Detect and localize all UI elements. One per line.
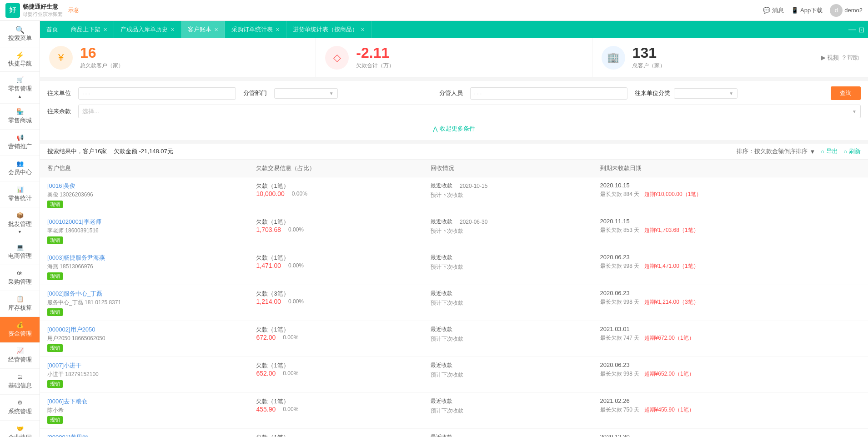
debt-amount[interactable]: 455.90 (256, 406, 276, 413)
sidebar-item-member-center[interactable]: 👥 会员中心 (0, 156, 40, 181)
customer-name-link[interactable]: [000002]用户2050 (47, 326, 241, 334)
overdue-amount-link[interactable]: 超期¥1,703.68（1笔） (644, 227, 699, 233)
tab-finished-goods[interactable]: 产成品入库单历史 ✕ (114, 21, 181, 38)
refresh-button[interactable]: ○ 刷新 (843, 147, 861, 156)
overdue-amount-link[interactable]: 超期¥10,000.00（1笔） (644, 191, 702, 197)
unit-category-dropdown[interactable]: ▼ (674, 88, 738, 99)
sidebar-item-retail-stats[interactable]: 📊 零售统计 (0, 181, 40, 207)
sidebar-quick-nav[interactable]: ⚡ 快捷导航 (0, 47, 40, 72)
sidebar-item-operations[interactable]: 📈 经营管理 (0, 343, 40, 369)
export-button[interactable]: ○ 导出 (821, 147, 838, 156)
debt-amount[interactable]: 1,471.00 (256, 262, 281, 269)
manager-input[interactable]: ··· (470, 87, 628, 100)
department-dropdown[interactable]: ▼ (274, 88, 338, 99)
debt-percent: 0.00% (283, 334, 298, 341)
debt-row: 1,471.00 0.00% (256, 262, 416, 269)
sidebar-item-retail-mgmt[interactable]: 🛒 零售管理 ▲ (0, 72, 40, 104)
sidebar-item-inventory[interactable]: 📋 库存核算 (0, 291, 40, 317)
customer-phone: 李老师 18600391516 (47, 227, 241, 235)
video-help-btn[interactable]: ▶ 视频 (821, 54, 839, 62)
debt-info-cell: 欠款（1笔） 429.00 0.00% (249, 429, 423, 437)
customer-info-cell: [0003]畅捷服务尹海燕 海燕 18513066976 现销 (40, 249, 249, 285)
stat-card-debt-total: ◇ -2.11 欠款合计（万） (316, 38, 592, 77)
customer-name-link[interactable]: [0006]去下粮仓 (47, 397, 241, 406)
customer-name-link[interactable]: [0001020001]李老师 (47, 218, 241, 226)
sidebar-item-collaboration[interactable]: 🤝 企业协同 (0, 421, 40, 437)
customer-name-link[interactable]: [0003]畅捷服务尹海燕 (47, 254, 241, 262)
recent-payment: 最近收款 (431, 254, 586, 261)
tab-home[interactable]: 首页 (40, 21, 65, 38)
retail-mgmt-icon: 🛒 (16, 76, 24, 83)
recent-label: 最近收款 (431, 397, 452, 405)
debt-amount[interactable]: 1,214.00 (256, 298, 281, 305)
customer-name-link[interactable]: [000001]黄思源 (47, 433, 241, 437)
overdue-days: 最长欠款 747 天 (600, 335, 642, 341)
video-icon: ▶ (821, 54, 826, 61)
sidebar-toggle[interactable]: 示意 (68, 6, 79, 14)
recent-label: 最近收款 (431, 254, 452, 261)
tab-purchase-goods-stats[interactable]: 进货单统计表（按商品） ✕ (286, 21, 371, 38)
customer-name-link[interactable]: [0016]吴俊 (47, 182, 241, 190)
sidebar-item-wholesale[interactable]: 📦 批发管理 ▼ (0, 207, 40, 239)
refresh-icon: ○ (843, 148, 847, 155)
overdue-amount-link[interactable]: 超期¥652.00（1笔） (644, 371, 694, 377)
debt-percent: 0.00% (288, 226, 304, 233)
sidebar-item-finance[interactable]: 💰 资金管理 (0, 317, 40, 343)
filter-row-1: 往来单位 ··· 分管部门 ▼ 分管人员 (47, 86, 861, 100)
messages-btn[interactable]: 💬 消息 (763, 6, 784, 15)
tab-purchase-order-stats[interactable]: 采购订单统计表 ✕ (225, 21, 286, 38)
help-btn[interactable]: ? 帮助 (843, 54, 859, 62)
customer-phone: 小进干 18279152100 (47, 371, 241, 378)
tab-close-btn-4[interactable]: ✕ (276, 27, 280, 33)
collapse-button[interactable]: ⋀ 收起更多条件 (433, 125, 475, 133)
tab-customer-account[interactable]: 客户账本 ✕ (181, 21, 225, 38)
debt-amount[interactable]: 672.00 (256, 334, 276, 341)
sidebar-item-purchase[interactable]: 🛍 采购管理 (0, 265, 40, 291)
tab-close-btn-2[interactable]: ✕ (171, 27, 175, 33)
customer-name-link[interactable]: [0007]小进干 (47, 362, 241, 370)
search-button[interactable]: 查询 (831, 86, 861, 100)
tab-minimize-btn[interactable]: — (848, 25, 856, 34)
partner-unit-input[interactable]: ··· (78, 87, 236, 100)
balance-select[interactable]: 选择... ▼ (78, 105, 861, 118)
user-menu[interactable]: d demo2 (830, 4, 863, 17)
sort-button[interactable]: 排序：按欠款金额倒序排序 ▼ (737, 147, 815, 156)
app-download-btn[interactable]: 📱 App下载 (791, 6, 823, 15)
stat-card-total-customers: 🏢 131 总客户（家） ▶ 视频 ? 帮助 (592, 38, 868, 77)
tab-close-btn[interactable]: ✕ (103, 27, 107, 33)
sort-icon: ▼ (809, 148, 815, 155)
sidebar-item-marketing[interactable]: 📢 营销推广 (0, 130, 40, 156)
overdue-amount-link[interactable]: 超期¥672.00（1笔） (644, 335, 694, 341)
yuan-icon: ¥ (49, 46, 73, 70)
stat-icon-diamond: ◇ (325, 46, 349, 70)
sidebar-item-system[interactable]: ⚙ 系统管理 (0, 395, 40, 421)
overdue-info: 最长欠款 998 天 超期¥1,471.00（1笔） (600, 262, 861, 270)
export-icon: ○ (821, 148, 824, 155)
sidebar-item-ecommerce[interactable]: 💻 电商管理 (0, 239, 40, 265)
overdue-amount-link[interactable]: 超期¥455.90（1笔） (644, 407, 694, 413)
debt-amount[interactable]: 652.00 (256, 370, 276, 377)
tab-product-status[interactable]: 商品上下架 ✕ (65, 21, 114, 38)
tab-close-btn-3[interactable]: ✕ (214, 27, 218, 33)
due-date-value: 2020.11.15 (600, 218, 861, 225)
debt-amount[interactable]: 1,703.68 (256, 226, 281, 233)
table-toolbar-right: 排序：按欠款金额倒序排序 ▼ ○ 导出 ○ 刷新 (737, 147, 861, 156)
wholesale-icon: 📦 (16, 212, 24, 219)
customer-name-link[interactable]: [0002]服务中心_丁磊 (47, 290, 241, 298)
overdue-amount-link[interactable]: 超期¥1,214.00（3笔） (644, 299, 699, 305)
overdue-amount-link[interactable]: 超期¥1,471.00（1笔） (644, 263, 699, 269)
sidebar-search[interactable]: 🔍 搜索菜单 (0, 21, 40, 47)
sidebar-item-retail-mall[interactable]: 🏪 零售商城 (0, 104, 40, 130)
col-header-recovery: 回收情况 (423, 160, 593, 177)
debt-count: 欠款（1笔） (256, 254, 416, 262)
tab-close-btn-5[interactable]: ✕ (361, 27, 365, 33)
sidebar-item-basic-info[interactable]: 🗂 基础信息 (0, 369, 40, 395)
table-row: [0007]小进干 小进干 18279152100 现销 欠款（1笔） 652.… (40, 357, 868, 393)
customer-phone: 陈小希 (47, 407, 241, 414)
stat-info-2: -2.11 欠款合计（万） (356, 45, 394, 70)
recovery-cell: 最近收款 预计下次收款 (423, 249, 593, 285)
debt-row: 652.00 0.00% (256, 370, 416, 377)
tab-maximize-btn[interactable]: ⊡ (858, 25, 864, 34)
recent-date: 2020-10-15 (460, 183, 487, 189)
debt-amount[interactable]: 10,000.00 (256, 190, 284, 197)
